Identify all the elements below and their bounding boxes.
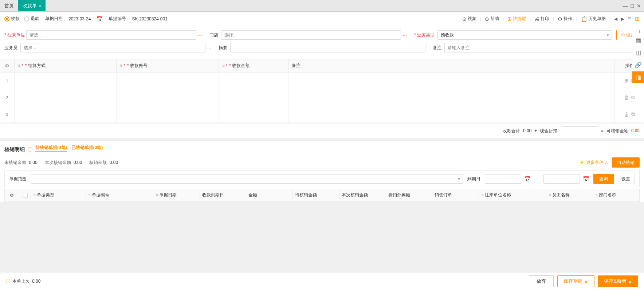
row-remark-2[interactable]: [289, 89, 615, 106]
video-icon: ⊙: [462, 16, 467, 22]
row-remark-1[interactable]: [289, 72, 615, 89]
sidebar-chat-icon[interactable]: ◨: [632, 71, 644, 83]
due-date-end-input[interactable]: 2022-04-12: [543, 174, 580, 184]
auto-verify-button[interactable]: 自动核销: [612, 157, 640, 168]
help-btn[interactable]: ⊙ 帮助: [485, 16, 499, 22]
window-minimize-icon[interactable]: —: [623, 3, 628, 9]
row-amount-2[interactable]: [219, 89, 289, 106]
receipt-type-group: 收款 退款: [4, 16, 39, 22]
row-account-3[interactable]: [117, 106, 219, 122]
row-settlement-2[interactable]: [15, 89, 117, 106]
th-amount-label: * 收款金额: [229, 63, 250, 69]
bottom-th-duedate-label: 收款到期日: [202, 192, 224, 198]
sort-account-icon: ⇅: [119, 64, 122, 68]
layout-grid-icon[interactable]: ⊞: [635, 15, 640, 22]
sort-settlement-icon: ⇅: [17, 64, 20, 68]
row-amount-1[interactable]: [219, 72, 289, 89]
verify-setting-button[interactable]: 设置: [617, 174, 635, 184]
bottom-th-amount: 金额: [246, 189, 293, 201]
date-dash: —: [535, 176, 539, 181]
section-tabs: 待核销单据(0笔) 已核销单据(0笔): [35, 145, 103, 152]
row-settlement-1[interactable]: [15, 72, 117, 89]
equal-label: =: [601, 128, 604, 133]
print-btn[interactable]: 🖨 打印: [534, 16, 549, 22]
sidebar-doc-icon[interactable]: ◫: [632, 47, 644, 58]
layout-list-icon[interactable]: ≡: [628, 16, 631, 22]
counterparty-input[interactable]: [26, 30, 196, 40]
window-maximize-icon[interactable]: □: [631, 3, 634, 9]
row-amount-3[interactable]: [219, 106, 289, 122]
row-num-3: 3: [0, 106, 15, 122]
cal-end-icon[interactable]: 📅: [583, 176, 589, 182]
operation-label: 操作: [564, 16, 572, 22]
current-verify-label: 本次核销金额 0.00: [45, 160, 82, 166]
video-btn[interactable]: ⊙ 视频: [462, 16, 476, 22]
save-new-button[interactable]: 保存&新增 ▲: [598, 275, 638, 287]
store-field: 门店 ···: [209, 30, 407, 40]
row-delete-icon-2[interactable]: 🗑: [624, 95, 629, 101]
form-row-1: * 往来单位 ··· 门店 ··· * 业务类型 预收款 ▼ ⚙ 设置: [4, 30, 640, 40]
history-icon: 📋: [581, 16, 587, 22]
window-close-icon[interactable]: ✕: [637, 3, 641, 9]
row-action-3: 🗑 ⧉: [615, 106, 644, 122]
date-value: 2023-03-24: [68, 16, 91, 21]
date-picker-icon[interactable]: 📅: [97, 16, 103, 22]
query-button[interactable]: 查询: [593, 174, 614, 184]
history-btn[interactable]: 📋 历史单据: [581, 16, 606, 22]
operation-btn[interactable]: ⚙ 操作: [558, 16, 572, 22]
th-remark-label: 备注: [292, 63, 301, 69]
total-value: 0.00: [523, 128, 531, 133]
verified-tab[interactable]: 已核销单据(0笔): [71, 145, 103, 152]
row-account-1[interactable]: [117, 72, 219, 89]
verify-actions: ⚡ 更多条件 ∧ 自动核销: [579, 157, 640, 168]
refund-radio[interactable]: 退款: [24, 16, 39, 22]
store-input[interactable]: [221, 30, 401, 40]
staff-more-icon[interactable]: ···: [207, 45, 211, 51]
store-more-icon[interactable]: ···: [402, 32, 407, 38]
receipt-radio[interactable]: 收款: [4, 16, 20, 22]
sidebar-clip-icon[interactable]: 🔗: [632, 59, 644, 71]
discount-input[interactable]: [562, 126, 598, 135]
remark-input[interactable]: [444, 43, 640, 52]
cal-start-icon[interactable]: 📅: [524, 176, 530, 182]
staff-input[interactable]: [20, 43, 205, 52]
due-date-start-input[interactable]: 2022-04-01: [485, 174, 521, 184]
bottom-th-gear[interactable]: ⚙: [5, 189, 19, 201]
date-range-select[interactable]: [31, 174, 463, 184]
gear-icon: ⚙: [5, 63, 9, 68]
tab-close-icon[interactable]: ×: [39, 4, 41, 8]
th-gear[interactable]: ⚙: [0, 59, 15, 72]
row-delete-icon-1[interactable]: 🗑: [624, 78, 629, 84]
diff-value: 0.00: [110, 160, 118, 165]
section-info-icon[interactable]: ⓘ: [28, 146, 32, 153]
discard-button[interactable]: 放弃: [529, 275, 554, 287]
prev-amount: 0.00: [32, 279, 40, 284]
sidebar-table-icon[interactable]: ▦: [632, 34, 644, 46]
row-copy-icon-3[interactable]: ⧉: [631, 111, 635, 117]
bottom-table-header: ⚙ ⇅ 单据类型 ⇅ 单据编号 ⇅ 单据日期 收款到期日 金额: [5, 189, 639, 202]
row-account-2[interactable]: [117, 89, 219, 106]
row-delete-icon-3[interactable]: 🗑: [624, 111, 629, 117]
tab-receipt[interactable]: 收款单 ×: [18, 0, 46, 11]
counterparty-more-icon[interactable]: ···: [198, 32, 202, 38]
save-draft-button[interactable]: 保存草稿 ▲: [557, 275, 595, 287]
store-label: 门店: [209, 32, 218, 38]
tab-home[interactable]: 首页: [0, 0, 18, 11]
biztype-select[interactable]: 预收款: [437, 30, 612, 40]
pending-tab[interactable]: 待核销单据(0笔): [35, 145, 67, 152]
more-conditions-btn[interactable]: ⚡ 更多条件 ∧: [579, 160, 608, 166]
sort-amount-icon: ⇅: [222, 64, 225, 68]
nav-prev-icon[interactable]: ◀: [614, 16, 617, 21]
summary-input[interactable]: [230, 43, 425, 52]
video-label: 视频: [468, 16, 476, 22]
select-all-checkbox[interactable]: [23, 193, 28, 198]
bottom-th-duedate: 收款到期日: [200, 189, 247, 201]
receipt-radio-dot: [4, 16, 9, 21]
right-sidebar: ▦ ◫ 🔗 ◨: [632, 33, 644, 85]
tab-bar: 首页 收款单 × — □ ✕: [0, 0, 644, 12]
row-settlement-3[interactable]: [15, 106, 117, 122]
row-copy-icon-2[interactable]: ⧉: [631, 94, 635, 101]
row-remark-3[interactable]: [289, 106, 615, 122]
nav-next-icon[interactable]: ▶: [621, 16, 624, 21]
shortcut-btn[interactable]: ⊞ 快捷键: [507, 16, 526, 22]
